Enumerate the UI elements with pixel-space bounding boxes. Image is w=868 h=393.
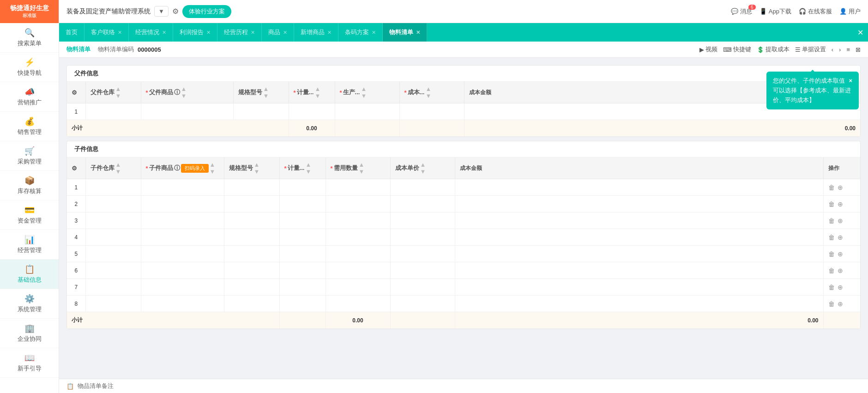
delete-icon-5[interactable]: 🗑 [828,250,835,258]
sidebar-item-quicknav[interactable]: ⚡ 快捷导航 [0,53,59,82]
copy-icon-7[interactable]: ⊕ [838,284,843,291]
parent-product-input[interactable] [146,108,229,115]
delete-icon-4[interactable]: 🗑 [828,234,835,241]
child-product-cell[interactable] [141,262,224,279]
child-qty-input-2[interactable] [331,200,386,207]
parent-cost-input[interactable] [404,108,459,115]
delete-icon-8[interactable]: 🗑 [828,300,835,308]
video-action[interactable]: ▶ 视频 [699,45,717,54]
child-unit-cost-input-2[interactable] [395,200,450,207]
sidebar-item-system[interactable]: ⚙️ 系统管理 [0,289,59,319]
delete-icon-1[interactable]: 🗑 [828,184,835,191]
child-unit-cost-cell[interactable] [390,279,455,296]
tab-products-close[interactable]: ✕ [283,30,287,36]
nav-prev[interactable]: ‹ [832,46,833,53]
parent-production-cell[interactable] [335,103,399,120]
child-unit-cost-cell[interactable] [390,229,455,246]
sidebar-item-search[interactable]: 🔍 搜索菜单 [0,23,59,53]
sidebar-item-inventory[interactable]: 📦 库存核算 [0,171,59,200]
child-warehouse-input-1[interactable] [90,184,136,191]
child-qty-cell[interactable] [326,279,390,296]
child-qty-input-8[interactable] [331,300,386,307]
child-product-input-1[interactable] [146,184,219,191]
tooltip-close[interactable]: × [849,76,852,86]
child-product-input-6[interactable] [146,267,219,274]
child-warehouse-cell[interactable] [85,179,141,196]
child-warehouse-cell[interactable] [85,229,141,246]
child-product-cell[interactable] [141,279,224,296]
child-unit-cost-cell[interactable] [390,179,455,196]
parent-production-input[interactable] [340,108,395,115]
tab-customer[interactable]: 客户联络 ✕ [84,23,129,42]
child-product-cell[interactable] [141,296,224,312]
child-qty-input-7[interactable] [331,284,386,290]
extract-cost-action[interactable]: 💲 提取成本 [757,45,790,54]
single-settings-action[interactable]: ☰ 单据设置 [795,45,826,54]
copy-icon-4[interactable]: ⊕ [838,234,843,241]
nav-close-all[interactable]: ✕ [853,23,868,42]
child-product-input-7[interactable] [146,284,219,290]
online-service-btn[interactable]: 🎧 在线客服 [799,7,832,16]
copy-icon-5[interactable]: ⊕ [838,250,843,258]
child-product-input-2[interactable] [146,200,219,207]
user-btn[interactable]: 👤 用户 [839,7,861,16]
child-product-input-3[interactable] [146,217,219,224]
child-warehouse-cell[interactable] [85,296,141,312]
child-unit-cell[interactable] [279,246,326,262]
child-unit-cost-cell[interactable] [390,262,455,279]
th-gear-parent[interactable]: ⚙ [67,82,85,103]
messages-btn[interactable]: 💬 消息 6 [731,7,752,16]
parent-cost-cell[interactable] [399,103,464,120]
tab-customer-close[interactable]: ✕ [118,30,122,36]
child-product-cell[interactable] [141,196,224,212]
tab-new-product[interactable]: 新增商品 ✕ [294,23,338,42]
child-product-cell[interactable] [141,246,224,262]
delete-icon-2[interactable]: 🗑 [828,200,835,208]
sidebar-item-guide[interactable]: 📖 新手引导 [0,348,59,378]
tab-bom-close[interactable]: ✕ [416,30,420,36]
child-unit-cost-input-5[interactable] [395,250,450,257]
child-unit-cost-cell[interactable] [390,296,455,312]
view-toggle[interactable]: ≡ [846,46,850,53]
system-select[interactable]: ▼ [154,6,169,17]
child-unit-cost-input-6[interactable] [395,267,450,274]
child-qty-input-1[interactable] [331,184,386,191]
child-unit-input-7[interactable] [284,284,321,290]
copy-icon-3[interactable]: ⊕ [838,217,843,224]
tab-history-close[interactable]: ✕ [251,30,255,36]
child-product-input-8[interactable] [146,300,219,307]
delete-icon-6[interactable]: 🗑 [828,267,835,274]
sidebar-item-basic[interactable]: 📋 基础信息 [0,260,59,289]
child-spec-cell[interactable] [224,246,279,262]
parent-unit-input[interactable] [294,108,330,115]
child-unit-cell[interactable] [279,179,326,196]
tab-products[interactable]: 商品 ✕ [262,23,294,42]
child-unit-cell[interactable] [279,212,326,229]
parent-unit-cell[interactable] [289,103,335,120]
child-product-cell[interactable] [141,179,224,196]
parent-product-cell[interactable] [141,103,233,120]
tab-barcode[interactable]: 条码方案 ✕ [338,23,383,42]
child-unit-input-1[interactable] [284,184,321,191]
sidebar-item-enterprise[interactable]: 🏢 企业协同 [0,319,59,348]
copy-icon-8[interactable]: ⊕ [838,300,843,308]
tab-home[interactable]: 首页 [59,23,84,42]
child-qty-cell[interactable] [326,262,390,279]
child-qty-cell[interactable] [326,212,390,229]
child-unit-cell[interactable] [279,279,326,296]
child-warehouse-input-3[interactable] [90,217,136,224]
child-product-cell[interactable] [141,229,224,246]
child-warehouse-cell[interactable] [85,262,141,279]
tab-operations[interactable]: 经营情况 ✕ [129,23,173,42]
child-spec-input-2[interactable] [229,200,275,207]
child-unit-cost-input-4[interactable] [395,234,450,241]
parent-spec-input[interactable] [238,108,284,115]
tab-new-product-close[interactable]: ✕ [327,30,332,36]
child-qty-input-6[interactable] [331,267,386,274]
parent-warehouse-cell[interactable] [85,103,141,120]
tab-operations-close[interactable]: ✕ [162,30,166,36]
sidebar-item-marketing[interactable]: 📣 营销推广 [0,82,59,112]
child-warehouse-cell[interactable] [85,196,141,212]
child-unit-cost-input-7[interactable] [395,284,450,290]
page-close[interactable]: ⊠ [856,46,861,53]
